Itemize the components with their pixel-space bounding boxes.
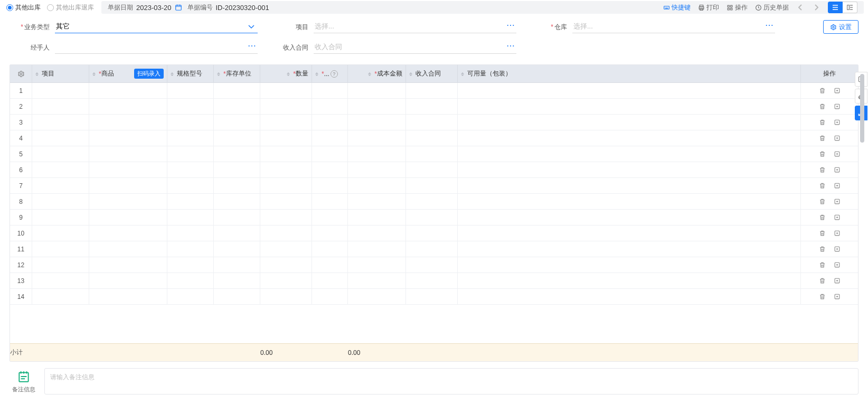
cell-amount[interactable] <box>348 130 406 146</box>
cell-unit[interactable] <box>214 257 260 273</box>
cell-qty[interactable] <box>260 99 312 114</box>
add-row-button[interactable] <box>833 277 841 285</box>
cell-extra[interactable] <box>312 226 348 241</box>
cell-unit[interactable] <box>214 83 260 98</box>
cell-spec[interactable] <box>167 146 214 162</box>
cell-unit[interactable] <box>214 289 260 304</box>
cell-available[interactable] <box>458 289 801 304</box>
add-row-button[interactable] <box>833 87 841 95</box>
table-row[interactable]: 8 <box>10 194 858 210</box>
cell-revenue[interactable] <box>406 99 458 114</box>
chevron-down-icon[interactable] <box>247 22 256 31</box>
th-available[interactable]: 可用量（包装） <box>458 65 801 82</box>
biz-type-input[interactable] <box>55 21 258 33</box>
cell-spec[interactable] <box>167 273 214 288</box>
table-row[interactable]: 10 <box>10 226 858 241</box>
radio-other-outbound-return[interactable]: 其他出库退库 <box>47 3 94 12</box>
help-icon[interactable]: ? <box>331 70 338 78</box>
cell-extra[interactable] <box>312 210 348 225</box>
cell-project[interactable] <box>32 257 89 273</box>
cell-revenue[interactable] <box>406 241 458 257</box>
cell-qty[interactable] <box>260 130 312 146</box>
cell-extra[interactable] <box>312 99 348 114</box>
cell-revenue[interactable] <box>406 130 458 146</box>
warehouse-input[interactable] <box>572 21 775 33</box>
delete-row-button[interactable] <box>818 119 826 126</box>
ellipsis-icon[interactable]: ⋯ <box>506 22 515 29</box>
cell-extra[interactable] <box>312 241 348 257</box>
cell-unit[interactable] <box>214 162 260 177</box>
delete-row-button[interactable] <box>818 198 826 205</box>
scroll-thumb[interactable] <box>860 74 864 143</box>
cell-available[interactable] <box>458 210 801 225</box>
cell-qty[interactable] <box>260 83 312 98</box>
cell-amount[interactable] <box>348 178 406 193</box>
cell-revenue[interactable] <box>406 146 458 162</box>
cell-project[interactable] <box>32 99 89 114</box>
field-biz-type[interactable]: 业务类型 <box>10 21 258 33</box>
cell-spec[interactable] <box>167 162 214 177</box>
cell-extra[interactable] <box>312 289 348 304</box>
table-row[interactable]: 3 <box>10 115 858 130</box>
cell-available[interactable] <box>458 115 801 130</box>
cell-available[interactable] <box>458 99 801 114</box>
cell-qty[interactable] <box>260 162 312 177</box>
add-row-button[interactable] <box>833 246 841 253</box>
cell-product[interactable] <box>89 130 167 146</box>
view-card-button[interactable] <box>843 2 857 13</box>
field-warehouse[interactable]: 仓库 ⋯ <box>527 21 775 33</box>
add-row-button[interactable] <box>833 230 841 237</box>
cell-revenue[interactable] <box>406 210 458 225</box>
table-row[interactable]: 13 <box>10 273 858 289</box>
cell-revenue[interactable] <box>406 162 458 177</box>
field-project[interactable]: 项目 ⋯ <box>268 21 516 33</box>
cell-extra[interactable] <box>312 257 348 273</box>
delete-row-button[interactable] <box>818 246 826 253</box>
cell-product[interactable] <box>89 115 167 130</box>
cell-product[interactable] <box>89 226 167 241</box>
cell-available[interactable] <box>458 162 801 177</box>
cell-amount[interactable] <box>348 257 406 273</box>
cell-spec[interactable] <box>167 210 214 225</box>
delete-row-button[interactable] <box>818 277 826 285</box>
field-handler[interactable]: 经手人 ⋯ <box>10 41 258 54</box>
view-list-button[interactable] <box>828 2 843 13</box>
cell-available[interactable] <box>458 83 801 98</box>
cell-available[interactable] <box>458 226 801 241</box>
cell-unit[interactable] <box>214 146 260 162</box>
project-input[interactable] <box>314 21 516 33</box>
table-row[interactable]: 12 <box>10 257 858 273</box>
field-revenue-contract[interactable]: 收入合同 ⋯ <box>268 41 516 54</box>
cell-product[interactable] <box>89 289 167 304</box>
cell-qty[interactable] <box>260 241 312 257</box>
th-project[interactable]: 项目 <box>32 65 89 82</box>
delete-row-button[interactable] <box>818 151 826 158</box>
table-row[interactable]: 9 <box>10 210 858 226</box>
cell-revenue[interactable] <box>406 226 458 241</box>
doc-date[interactable]: 单据日期 2023-03-20 <box>108 3 182 12</box>
next-doc-button[interactable] <box>812 2 820 13</box>
cell-unit[interactable] <box>214 241 260 257</box>
cell-spec[interactable] <box>167 115 214 130</box>
prev-doc-button[interactable] <box>796 2 805 13</box>
delete-row-button[interactable] <box>818 135 826 142</box>
vertical-scrollbar[interactable] <box>856 73 868 364</box>
cell-revenue[interactable] <box>406 194 458 209</box>
cell-revenue[interactable] <box>406 178 458 193</box>
cell-project[interactable] <box>32 178 89 193</box>
cell-extra[interactable] <box>312 162 348 177</box>
cell-project[interactable] <box>32 130 89 146</box>
th-unit[interactable]: *库存单位 <box>214 65 260 82</box>
cell-spec[interactable] <box>167 241 214 257</box>
print-button[interactable]: 打印 <box>698 3 719 12</box>
add-row-button[interactable] <box>833 166 841 174</box>
cell-available[interactable] <box>458 178 801 193</box>
cell-product[interactable] <box>89 162 167 177</box>
cell-qty[interactable] <box>260 146 312 162</box>
add-row-button[interactable] <box>833 135 841 142</box>
cell-extra[interactable] <box>312 130 348 146</box>
cell-product[interactable] <box>89 194 167 209</box>
cell-unit[interactable] <box>214 226 260 241</box>
cell-spec[interactable] <box>167 257 214 273</box>
cell-amount[interactable] <box>348 146 406 162</box>
